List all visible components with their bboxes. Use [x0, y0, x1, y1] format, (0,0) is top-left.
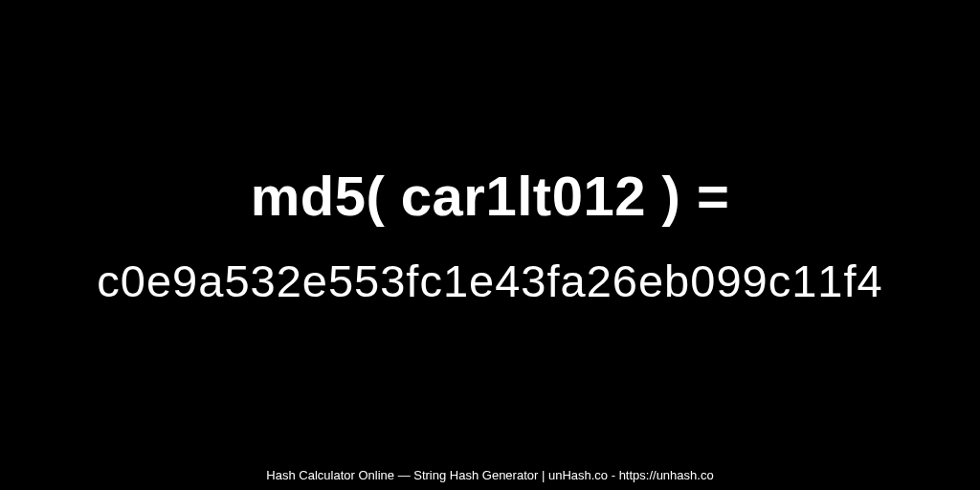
footer-attribution: Hash Calculator Online — String Hash Gen…	[0, 468, 980, 482]
hash-expression: md5( car1lt012 ) =	[251, 164, 730, 228]
hash-result: c0e9a532e553fc1e43fa26eb099c11f4	[97, 255, 882, 307]
hash-display: md5( car1lt012 ) = c0e9a532e553fc1e43fa2…	[97, 164, 882, 307]
